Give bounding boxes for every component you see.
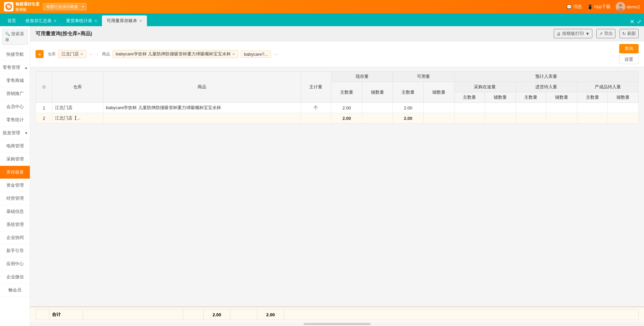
download-label: App下载 <box>594 4 610 10</box>
tab-home[interactable]: 首页 <box>3 15 21 26</box>
tab-orders-close[interactable]: ✕ <box>94 19 97 23</box>
industry-select[interactable]: 母婴行业演示账套 <box>43 3 87 10</box>
filter-expand-btn[interactable]: » <box>36 50 44 58</box>
tab-expand-btn[interactable]: ⤢ <box>637 18 641 25</box>
footer-row: 合计 2.00 2.00 <box>36 310 639 320</box>
tab-receipts-label: 收发存汇总表 <box>25 18 52 24</box>
row1-incoming-main <box>516 103 546 113</box>
row1-available-main: 2.00 <box>393 103 424 113</box>
tab-receipts[interactable]: 收发存汇总表 ✕ <box>21 15 61 26</box>
sidebar-item-basics[interactable]: 基础信息 <box>0 205 30 218</box>
tab-inventory-close[interactable]: ✕ <box>139 19 142 23</box>
footer-empty1 <box>36 310 49 320</box>
col-settings-icon[interactable]: ⚙ <box>42 84 46 90</box>
purchase-label: 采购管理 <box>6 156 24 162</box>
export-btn[interactable]: ↗ 导出 <box>596 29 615 38</box>
app-name-text: 畅捷通好生意 <box>15 1 40 7</box>
query-btn[interactable]: 查询 <box>619 44 639 53</box>
refresh-btn[interactable]: ↻ 刷新 <box>620 29 639 38</box>
horizontal-scrollbar[interactable] <box>304 323 371 325</box>
product-filter-more[interactable]: ··· <box>274 51 278 57</box>
settings-btn[interactable]: 设置 <box>619 55 639 64</box>
tab-orders[interactable]: 要货单统计表 ✕ <box>61 15 102 26</box>
top-bar-right: 💬 消息 📱 App下载 demo2 <box>567 2 640 11</box>
warehouse-filter-more[interactable]: ··· <box>89 51 93 57</box>
sidebar-item-finance[interactable]: 资金管理 <box>0 179 30 192</box>
user-menu-btn[interactable]: demo2 <box>616 2 640 11</box>
sidebar-item-enterprise[interactable]: 企业协同 <box>0 231 30 244</box>
row1-available-aux <box>423 103 454 113</box>
row1-warehouse: 江北门店 <box>52 103 103 113</box>
sidebar-item-vip[interactable]: 畅会员 <box>0 284 30 297</box>
sidebar-item-wechat[interactable]: 企业微信 <box>0 271 30 284</box>
download-btn[interactable]: 📱 App下载 <box>587 4 610 10</box>
warehouse-tag-remove[interactable]: ✕ <box>80 52 83 56</box>
sidebar-item-marketing[interactable]: 营销推广 <box>0 87 30 100</box>
wholesale-label: 批发管理 <box>3 130 20 136</box>
tab-receipts-close[interactable]: ✕ <box>54 19 57 23</box>
industry-select-wrapper[interactable]: 母婴行业演示账套 <box>43 3 87 10</box>
logo-icon: 畅 <box>4 2 13 11</box>
svg-point-3 <box>619 4 622 7</box>
nav-tabs: 首页 收发存汇总表 ✕ 要货单统计表 ✕ 可用量库存账本 ✕ ✕ ⤢ <box>0 13 644 26</box>
wholesale-arrow: ▼ <box>24 131 28 135</box>
print-icon: 🖨 <box>556 31 561 36</box>
sidebar-item-newbie[interactable]: 新手引导 <box>0 244 30 258</box>
top-bar: 畅 畅捷通好生意 标准版 母婴行业演示账套 💬 消息 📱 App下载 <box>0 0 644 13</box>
sidebar-item-retail-mgmt[interactable]: 零售管理 ▲ <box>0 61 30 74</box>
sidebar-item-inventory[interactable]: 库存核算 <box>0 166 30 179</box>
print-btn[interactable]: 🖨 按模板打印 ▼ <box>554 29 592 38</box>
sidebar-item-operations[interactable]: 经营管理 <box>0 192 30 205</box>
tab-inventory[interactable]: 可用量库存账本 ✕ <box>102 15 147 26</box>
table-row: 2 江北门店【... 2.00 2.00 <box>36 113 639 124</box>
export-icon: ↗ <box>599 31 603 36</box>
warehouse-tag-value: 江北门店 <box>61 51 79 57</box>
retail-mgmt-arrow: ▲ <box>24 66 28 69</box>
sidebar-item-member[interactable]: 会员中心 <box>0 100 30 113</box>
sidebar-item-wholesale[interactable]: 批发管理 ▼ <box>0 127 30 140</box>
refresh-icon: ↻ <box>622 31 626 36</box>
col-product-header: 商品 <box>103 72 301 103</box>
retail-mall-label: 零售商城 <box>6 78 24 84</box>
row2-incoming-main <box>516 113 546 124</box>
message-btn[interactable]: 💬 消息 <box>567 4 582 10</box>
finance-label: 资金管理 <box>6 182 24 188</box>
sidebar-item-purchase[interactable]: 采购管理 <box>0 153 30 166</box>
app-edition: 标准版 <box>15 7 40 12</box>
col-forecast-group-header: 预计入库量 <box>454 72 639 82</box>
col-production-main-header: 主数量 <box>577 92 608 103</box>
sidebar-item-ecommerce[interactable]: 电商管理 <box>0 140 30 153</box>
product-tag1-remove[interactable]: ✕ <box>232 52 235 56</box>
sidebar-item-app-center[interactable]: 应用中心 <box>0 258 30 271</box>
sidebar-item-system[interactable]: 系统管理 <box>0 218 30 231</box>
filter-bar: » 仓库 江北门店 ✕ ··· | 商品 babycare学饮杯 儿童防摔防撞吸… <box>30 41 644 67</box>
row2-stock-main: 2.00 <box>331 113 362 124</box>
sidebar-item-retail-mall[interactable]: 零售商城 <box>0 74 30 87</box>
row1-production-main <box>577 103 608 113</box>
marketing-label: 营销推广 <box>6 91 24 97</box>
app-center-label: 应用中心 <box>6 261 24 267</box>
col-available-aux-header: 辅数量 <box>423 82 454 103</box>
print-label: 按模板打印 <box>562 31 584 37</box>
ecommerce-label: 电商管理 <box>6 143 24 149</box>
quick-nav-label: 快捷导航 <box>6 51 24 57</box>
col-incoming-group-header: 进货待入量 <box>516 82 577 92</box>
footer-table: 合计 2.00 2.00 <box>36 309 639 320</box>
row2-available-aux <box>423 113 454 124</box>
newbie-label: 新手引导 <box>6 248 24 254</box>
row2-purchase-aux <box>485 113 516 124</box>
tab-actions: ✕ ⤢ <box>630 18 641 26</box>
main-layout: 🔍 搜索菜单 快捷导航 零售管理 ▲ 零售商城 营销推广 会员中心 零售统计 <box>0 26 644 326</box>
footer-available-main: 2.00 <box>257 310 284 320</box>
sidebar-item-retail-stats[interactable]: 零售统计 <box>0 113 30 127</box>
sidebar-item-quick-nav[interactable]: 快捷导航 <box>0 48 30 61</box>
col-available-group-header: 可用量 <box>393 72 454 82</box>
row2-index: 2 <box>36 113 52 124</box>
retail-mgmt-label: 零售管理 <box>3 64 20 71</box>
tab-close-all-btn[interactable]: ✕ <box>630 18 634 25</box>
product-tag-value1: babycare学饮杯 儿童防摔防撞吸管杯重力球吸嘴杯宝宝水杯 <box>116 51 231 57</box>
row2-unit <box>301 113 331 124</box>
search-menu-btn[interactable]: 🔍 搜索菜单 <box>2 29 28 45</box>
member-label: 会员中心 <box>6 104 24 110</box>
col-incoming-aux-header: 辅数量 <box>546 92 577 103</box>
